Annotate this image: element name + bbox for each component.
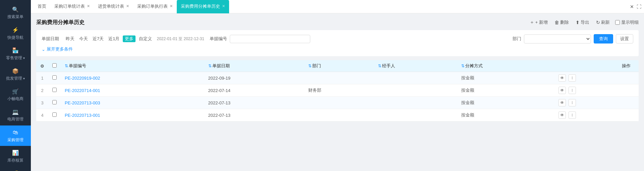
tab-label: 进货单统计表 <box>98 3 124 9</box>
dept-label: 部门 <box>513 36 521 42</box>
close-window-icon[interactable]: ✕ <box>630 4 634 9</box>
export-button[interactable]: ⬆ 导出 <box>574 19 591 26</box>
tab-goods_stats[interactable]: 进货单统计表✕ <box>94 0 133 13</box>
row-more-btn-2[interactable]: ⁝ <box>569 99 576 106</box>
gear-icon[interactable]: ⚙ <box>40 64 44 69</box>
date-label: 单据日期 <box>42 36 59 42</box>
select-all-checkbox[interactable] <box>52 63 57 68</box>
order-no-link-3[interactable]: PE-20220713-001 <box>65 113 100 118</box>
tab-purchase_cost[interactable]: 采购费用分摊单历史✕ <box>177 0 229 13</box>
row-method-1: 按金额 <box>457 84 554 97</box>
col-order-no: ⇅单据编号 <box>61 60 204 72</box>
row-ops-3: 👁 ⁝ <box>554 109 639 121</box>
row-index-3: 4 <box>36 109 48 121</box>
retail-icon: 🏪 <box>1 47 30 54</box>
tab-close-icon[interactable]: ✕ <box>170 4 173 8</box>
row-ops-2: 👁 ⁝ <box>554 97 639 109</box>
shortcut-icon: ⚡ <box>1 26 30 34</box>
delete-icon: 🗑 <box>554 20 559 25</box>
sidebar-item-search[interactable]: 🔍搜索菜单 <box>0 3 31 23</box>
col-ops: 操作 <box>554 60 639 72</box>
row-handler-3 <box>374 109 457 121</box>
row-dept-3 <box>304 109 374 121</box>
row-select-3[interactable] <box>52 112 57 117</box>
wholesale-icon: 📦 <box>1 68 30 75</box>
delete-button[interactable]: 🗑 删除 <box>553 19 570 26</box>
row-dept-2 <box>304 97 374 109</box>
shortcut-7days[interactable]: 近7天 <box>91 35 105 42</box>
row-handler-2 <box>374 97 457 109</box>
row-more-btn-1[interactable]: ⁝ <box>569 87 576 94</box>
row-method-3: 按金额 <box>457 109 554 121</box>
shortcut-today[interactable]: 今天 <box>78 35 89 42</box>
row-select-1[interactable] <box>52 88 57 92</box>
sidebar-item-finance[interactable]: 💰资金管理 <box>0 167 31 171</box>
row-handler-0 <box>374 72 457 84</box>
order-no-link-1[interactable]: PE-20220714-001 <box>65 88 100 93</box>
tab-close-icon[interactable]: ✕ <box>126 4 129 8</box>
sidebar-item-ecommerce_light[interactable]: 🛒小畅电商 <box>0 85 31 105</box>
row-view-btn-1[interactable]: 👁 <box>558 87 566 94</box>
sidebar-item-wholesale[interactable]: 📦批发管理 ▾ <box>0 64 31 85</box>
tab-purchase_order_stats[interactable]: 采购订单统计表✕ <box>50 0 94 13</box>
row-more-btn-0[interactable]: ⁝ <box>569 74 576 82</box>
col-date: ⇅单据日期 <box>204 60 305 72</box>
restore-window-icon[interactable]: ⛶ <box>637 4 641 9</box>
dept-select[interactable] <box>524 34 591 44</box>
tab-close-icon[interactable]: ✕ <box>87 4 90 8</box>
row-more-btn-3[interactable]: ⁝ <box>569 111 576 119</box>
col-handler: ⇅经手人 <box>374 60 457 72</box>
row-view-btn-3[interactable]: 👁 <box>558 111 566 119</box>
show-col-checkbox[interactable] <box>615 20 620 25</box>
row-select-0[interactable] <box>52 75 57 80</box>
tab-label: 首页 <box>38 3 46 9</box>
tab-label: 采购费用分摊单历史 <box>181 3 220 9</box>
row-date-3: 2022-07-13 <box>204 109 305 121</box>
row-dept-1: 财务部 <box>304 84 374 97</box>
add-button[interactable]: ＋ + 新增 <box>528 19 549 26</box>
refresh-button[interactable]: ↻ 刷新 <box>595 19 611 26</box>
shortcut-1month[interactable]: 近1月 <box>107 35 121 42</box>
show-col-label: 显示明细 <box>615 19 639 25</box>
order-no-label: 单据编号 <box>210 36 227 42</box>
row-select-2[interactable] <box>52 100 57 104</box>
chevron-icon: ▾ <box>22 77 25 80</box>
settings-button[interactable]: 设置 <box>616 34 633 44</box>
sidebar-item-purchase[interactable]: 🛍采购管理 <box>0 125 31 146</box>
expand-more[interactable]: ⌄ 展开更多条件 <box>42 46 633 52</box>
col-dept: ⇅部门 <box>304 60 374 72</box>
sidebar-item-retail[interactable]: 🏪零售管理 ▾ <box>0 44 31 64</box>
table-row: 4 PE-20220713-001 2022-07-13 按金额 👁 ⁝ <box>36 109 639 121</box>
dept-filter: 部门 查询 设置 <box>513 34 633 44</box>
export-icon: ⬆ <box>576 20 580 25</box>
tab-home[interactable]: 首页 <box>34 0 50 13</box>
row-checkbox-0 <box>48 72 61 84</box>
search-icon: 🔍 <box>1 6 30 13</box>
tab-label: 采购订单执行表 <box>137 3 168 9</box>
row-date-1: 2022-07-14 <box>204 84 305 97</box>
row-view-btn-0[interactable]: 👁 <box>558 74 566 82</box>
tab-purchase_exec[interactable]: 采购订单执行表✕ <box>133 0 177 13</box>
row-dept-0 <box>304 72 374 84</box>
order-no-link-0[interactable]: PE-20220919-002 <box>65 76 100 81</box>
header-actions: ＋ + 新增 🗑 删除 ⬆ 导出 ↻ 刷新 显示明细 <box>528 19 639 26</box>
table-row: 3 PE-20220713-003 2022-07-13 按金额 👁 ⁝ <box>36 97 639 109</box>
sidebar-item-ecommerce[interactable]: 💻电商管理 <box>0 105 31 125</box>
order-no-input[interactable] <box>230 35 310 43</box>
shortcut-yesterday[interactable]: 昨天 <box>64 35 76 42</box>
sidebar-item-inventory[interactable]: 📊库存核算 <box>0 146 31 166</box>
row-order-no-2: PE-20220713-003 <box>61 97 204 109</box>
shortcut-custom[interactable]: 自定义 <box>138 35 153 42</box>
sidebar-item-shortcut[interactable]: ⚡快捷导航 <box>0 23 31 44</box>
row-view-btn-2[interactable]: 👁 <box>558 99 566 106</box>
date-range-text: 2022-01-01 至 2022-12-31 <box>157 36 204 42</box>
col-gear: ⚙ <box>36 60 48 72</box>
order-no-link-2[interactable]: PE-20220713-003 <box>65 100 100 105</box>
row-handler-1 <box>374 84 457 97</box>
search-button[interactable]: 查询 <box>594 34 613 44</box>
purchase-icon: 🛍 <box>1 129 30 136</box>
content-area: 采购费用分摊单历史 ＋ + 新增 🗑 删除 ⬆ 导出 ↻ 刷新 <box>31 13 644 171</box>
tab-close-icon[interactable]: ✕ <box>222 4 225 8</box>
shortcut-more[interactable]: 更多 <box>123 35 136 42</box>
row-index-0: 1 <box>36 72 48 84</box>
